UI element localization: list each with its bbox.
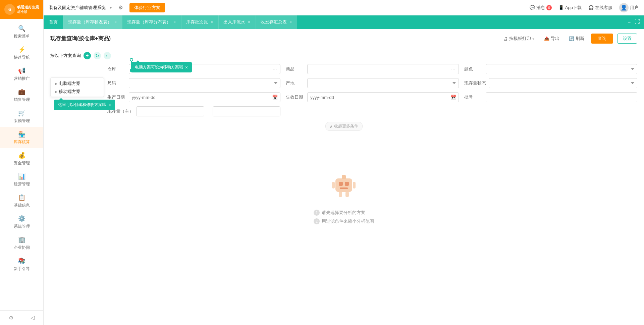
system-dropdown-icon[interactable]: ▾ [110,5,112,10]
goods-input[interactable] [307,64,459,74]
tab-close-2[interactable]: × [173,19,176,25]
tab-controls: － ⛶ [623,19,644,26]
tab-inventory-batch[interactable]: 库存批次账 × [181,15,218,29]
sidebar-item-sales[interactable]: 💼 销售管理 [0,85,43,106]
user-btn[interactable]: 👤 用户 [619,3,639,12]
sidebar: 6 畅通道好生意 标准版 🔍 搜索菜单 ⚡ 快速导航 📢 营销推广 💼 销售管理… [0,0,44,325]
warehouse-more-btn[interactable]: ··· [271,66,278,72]
app-download-btn[interactable]: 📱 App下载 [558,5,582,11]
prod-date-input[interactable] [129,92,280,102]
operations-icon: 📊 [18,173,25,180]
trial-btn[interactable]: 体验行业方案 [129,3,165,12]
exp-date-cal-icon[interactable]: 📅 [450,95,456,100]
filter-header: 按以下方案查询 + ↻ ← 电脑方案可设为移动方案哦 × [50,52,637,59]
tab-maximize-btn[interactable]: ⛶ [635,19,640,26]
page-actions: 🖨 按模板打印 ▾ 📤 导出 🔄 刷新 查询 设置 [501,34,637,44]
svg-rect-6 [342,175,346,179]
svg-rect-10 [345,192,349,197]
collapse-row: ∧ 收起更多条件 [50,119,637,132]
sidebar-item-enterprise[interactable]: 🏢 企业协同 [0,233,43,254]
sidebar-item-operations[interactable]: 📊 经营管理 [0,169,43,191]
sidebar-item-basic-label: 基础信息 [14,203,30,208]
svg-text:6: 6 [8,7,11,12]
message-btn[interactable]: 💬 消息 6 [530,5,552,11]
user-avatar: 👤 [619,3,629,12]
quicknav-icon: ⚡ [18,46,25,53]
exp-date-input[interactable] [307,92,459,102]
sidebar-item-search-label: 搜索菜单 [14,34,30,39]
stock-qty-min-input[interactable] [136,106,204,116]
marketing-icon: 📢 [18,67,25,74]
sidebar-item-marketing[interactable]: 📢 营销推广 [0,64,43,85]
sidebar-item-purchase-label: 采购管理 [14,118,30,124]
stock-qty-max-input[interactable] [213,106,281,116]
tab-inventory-dist[interactable]: 现存量（库存分布表） × [122,15,181,29]
tab-close-3[interactable]: × [210,19,214,25]
inventory-icon: 🏪 [18,130,25,138]
color-select[interactable] [486,64,637,74]
origin-select[interactable] [307,78,459,88]
filter-add-btn[interactable]: + [84,52,91,59]
filter-field-prod-date: 生产日期 📅 [107,92,280,102]
tab-close-5[interactable]: × [289,19,292,25]
sidebar-item-inventory[interactable]: 🏪 库存核算 [0,127,43,148]
filter-row-2: 尺码 产地 现存量状态 [107,78,637,88]
empty-tip-2: 2 用过滤条件来缩小分析范围 [314,217,374,226]
tab-inventory-status[interactable]: 现存量（库存状况表） × [63,15,122,29]
top-header-right: 💬 消息 6 📱 App下载 🎧 在线客服 👤 用户 [530,3,639,12]
refresh-icon: 🔄 [569,36,574,41]
sidebar-item-search[interactable]: 🔍 搜索菜单 [0,21,43,43]
size-select[interactable] [129,78,280,88]
scheme-panel: ▶ 电脑端方案 ▶ 移动端方案 这里可以创建和修改方案哦 × [50,77,104,97]
sidebar-logo: 6 畅通道好生意 标准版 [0,0,43,19]
filter-field-color: 颜色 [464,64,637,74]
print-btn[interactable]: 🖨 按模板打印 ▾ [501,34,537,43]
online-service-btn[interactable]: 🎧 在线客服 [588,5,612,11]
system-title: 装备及固定资产辅助管理系统 [49,5,106,11]
tab-receive-summary[interactable]: 收发存汇总表 × [256,15,297,29]
tooltip-close-1[interactable]: × [185,65,188,70]
sidebar-item-purchase[interactable]: 🛒 采购管理 [0,106,43,127]
svg-rect-4 [345,182,349,186]
tab-close-4[interactable]: × [247,19,251,25]
settings-icon-btn[interactable]: ⚙ [116,3,125,12]
sidebar-item-basic[interactable]: 📋 基础信息 [0,191,43,212]
sidebar-item-finance[interactable]: 💰 资金管理 [0,148,43,169]
query-btn[interactable]: 查询 [591,34,613,44]
tab-inout-flow[interactable]: 出入库流水 × [218,15,256,29]
tab-close-1[interactable]: × [114,19,117,25]
settings-action-btn[interactable]: 设置 [617,34,637,44]
sidebar-item-system[interactable]: ⚙️ 系统管理 [0,212,43,233]
sidebar-collapse-btn[interactable]: ◁ [31,315,35,321]
stock-status-select[interactable] [489,78,637,88]
guide-icon: 📚 [18,257,25,265]
sidebar-item-guide[interactable]: 📚 新手引导 [0,254,43,275]
page-title: 现存量查询(按仓库+商品) [50,35,111,42]
export-btn[interactable]: 📤 导出 [541,34,562,43]
sidebar-settings-btn[interactable]: ⚙ [9,315,13,321]
batch-input[interactable] [486,92,637,102]
finance-icon: 💰 [18,152,25,159]
tab-home[interactable]: 首页 [44,15,63,29]
empty-state: 1 请先选择要分析的方案 2 用过滤条件来缩小分析范围 [44,140,644,253]
svg-rect-9 [339,192,342,197]
sidebar-item-finance-label: 资金管理 [14,160,30,166]
filter-field-batch: 批号 [464,92,637,102]
sales-icon: 💼 [18,88,25,96]
filter-refresh-btn[interactable]: ↻ [94,52,101,59]
goods-more-btn[interactable]: ··· [450,66,457,72]
tooltip-close-2[interactable]: × [108,102,111,108]
sidebar-item-quicknav[interactable]: ⚡ 快速导航 [0,43,43,64]
prod-date-cal-icon[interactable]: 📅 [272,95,278,100]
scheme-mobile-header: ▶ 移动端方案 [51,87,104,95]
refresh-btn[interactable]: 🔄 刷新 [566,34,587,43]
export-icon: 📤 [544,36,549,41]
service-icon: 🎧 [588,5,594,10]
collapse-btn[interactable]: ∧ 收起更多条件 [325,122,363,131]
print-icon: 🖨 [503,36,508,41]
filter-back-btn[interactable]: ← [104,52,111,59]
tab-minimize-btn[interactable]: － [627,19,632,26]
sidebar-item-system-label: 系统管理 [14,224,30,229]
message-badge: 6 [546,5,552,10]
top-header: 装备及固定资产辅助管理系统 ▾ ⚙ 体验行业方案 💬 消息 6 📱 App下载 … [44,0,644,15]
